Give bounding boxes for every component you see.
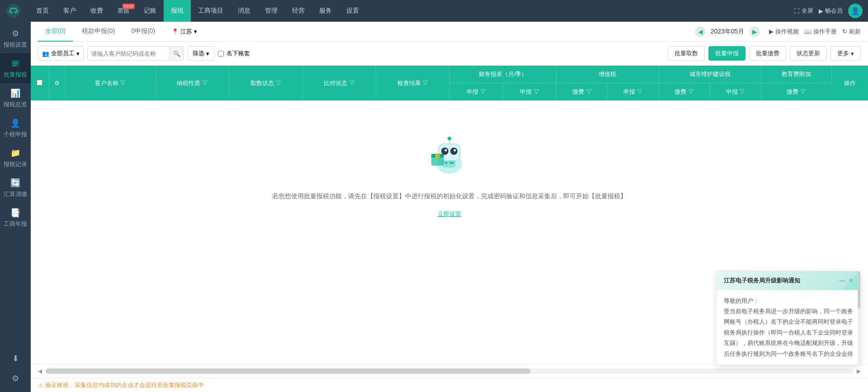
svg-point-10 xyxy=(450,148,458,155)
nav-invoice[interactable]: 票据 NEW xyxy=(110,0,137,22)
avatar[interactable]: 👤 xyxy=(848,4,863,18)
action-manual[interactable]: 📖 操作手册 xyxy=(804,28,837,36)
search-input[interactable] xyxy=(88,50,169,57)
tab-zero-declaration[interactable]: 0申报(0) xyxy=(124,22,162,42)
vip-button[interactable]: ▶ 畅会员 xyxy=(819,7,843,15)
th-city-pay: 缴费 ▽ xyxy=(659,83,710,101)
sidebar-item-settlement[interactable]: 🔄 汇算清缴 xyxy=(0,173,31,203)
nav-message[interactable]: 消息 xyxy=(231,0,258,22)
manual-label: 操作手册 xyxy=(813,28,837,36)
sidebar-item-download[interactable]: ⬇ xyxy=(0,349,31,368)
date-prev-button[interactable]: ◀ xyxy=(695,26,706,37)
sidebar-label-settlement: 汇算清缴 xyxy=(4,190,27,198)
svg-point-1 xyxy=(10,11,13,14)
verify-tip-text: 验证账密、采集信息均成功的企业才会流转至批量报税页面中 xyxy=(45,381,204,389)
region-icon: 📍 xyxy=(171,28,179,35)
sidebar-item-annual-report[interactable]: 📑 工商年报 xyxy=(0,203,31,233)
top-navigation: 首页 客户 收费 票据 NEW 记账 报税 工商项目 消息 管理 经营 服务 设… xyxy=(0,0,868,22)
checkresult-filter-icon: ▽ xyxy=(422,80,428,86)
sidebar-item-taxsettings[interactable]: ⚙ 报税设置 xyxy=(0,24,31,53)
select-all-checkbox[interactable] xyxy=(37,80,42,86)
tab-all[interactable]: 全部(0) xyxy=(38,22,73,42)
svg-point-11 xyxy=(445,149,447,152)
sidebar-item-taxoverview[interactable]: 📊 报税总览 xyxy=(0,83,31,113)
th-financial-declare: 申报 ▽ xyxy=(449,83,503,101)
th-education-surcharge: 教育费附加 xyxy=(761,66,832,83)
nav-customer[interactable]: 客户 xyxy=(56,0,83,22)
taxrecord-icon: 📁 xyxy=(10,148,21,158)
nav-settings[interactable]: 设置 xyxy=(339,0,366,22)
svg-text:¥: ¥ xyxy=(436,152,440,159)
sidebar-item-batchtax[interactable]: 批量报税 xyxy=(0,53,31,83)
verify-tip: ⚠ 验证账密、采集信息均成功的企业才会流转至批量报税页面中 xyxy=(38,381,861,389)
date-next-button[interactable]: ▶ xyxy=(749,26,760,37)
date-display: 2023年05月 xyxy=(709,28,745,36)
th-checkbox xyxy=(31,66,49,100)
toolbar-buttons: 批量取数 批量申报 批量缴费 状态更新 更多 ▾ xyxy=(668,46,861,61)
vip-icon: ▶ xyxy=(819,8,823,14)
sidebar-item-personal-tax[interactable]: 👤 个税申报 xyxy=(0,113,31,143)
comparestatus-filter-icon: ▽ xyxy=(349,80,355,86)
account-checkbox[interactable] xyxy=(218,51,224,57)
search-button[interactable]: 🔍 xyxy=(169,46,184,61)
employee-value: 全部员工 xyxy=(51,49,75,57)
notification-title: 江苏电子税务局升级影响通知 xyxy=(724,277,800,285)
scrollbar-thumb xyxy=(46,368,530,374)
data-table: ⚙ 客户名称 ▽ 纳税性质 ▽ 取数状态 ▽ 比对状态 ▽ 检查结果 ▽ 财务报… xyxy=(31,66,868,100)
setup-link[interactable]: 立即设置 xyxy=(438,210,461,218)
sidebar-item-settings[interactable]: ⚙ xyxy=(0,368,31,388)
svg-point-14 xyxy=(448,137,451,140)
bottom-bar: ◀ ▶ xyxy=(31,364,868,378)
batch-fetch-button[interactable]: 批量取数 xyxy=(668,46,705,61)
employee-select[interactable]: 👥 全部员工 ▾ xyxy=(38,46,84,61)
action-video[interactable]: ▶ 操作视频 xyxy=(769,28,799,36)
region-selector[interactable]: 📍 江苏 ▾ xyxy=(171,28,197,36)
empty-state: ¥ 若您想使用批量报税功能，请先在【报税设置】中进行报税的初始化设置，完成密码验… xyxy=(31,100,868,245)
nav-operation[interactable]: 经营 xyxy=(285,0,312,22)
video-label: 操作视频 xyxy=(775,28,799,36)
nav-manage[interactable]: 管理 xyxy=(258,0,285,22)
filter-button[interactable]: 筛选 ▾ xyxy=(188,46,214,61)
th-fetch-status: 取数状态 ▽ xyxy=(229,66,303,100)
nav-accounting[interactable]: 记账 xyxy=(137,0,164,22)
th-financial-report: 财务报表（月/季） xyxy=(449,66,557,83)
robot-illustration: ¥ xyxy=(422,128,476,182)
notification-panel: 江苏电子税务局升级影响通知 — × 尊敬的用户： 受当前电子税务局进一步升级的影… xyxy=(716,271,861,365)
status-update-button[interactable]: 状态更新 xyxy=(790,46,827,61)
notification-body: 尊敬的用户： 受当前电子税务局进一步升级的影响，同一个政务网账号（办税人）名下的… xyxy=(717,290,860,364)
nav-business[interactable]: 工商项目 xyxy=(191,0,231,22)
batch-declare-button[interactable]: 批量申报 xyxy=(708,46,745,61)
nav-tax[interactable]: 报税 xyxy=(164,0,191,22)
batch-pay-button[interactable]: 批量缴费 xyxy=(749,46,786,61)
sidebar-item-taxrecord[interactable]: 📁 报税记录 xyxy=(0,143,31,173)
new-badge: NEW xyxy=(123,4,135,9)
employee-icon: 👥 xyxy=(42,50,49,57)
filter-label: 筛选 xyxy=(193,49,204,57)
date-navigator: ◀ 2023年05月 ▶ xyxy=(695,26,760,37)
more-button[interactable]: 更多 ▾ xyxy=(830,46,861,61)
th-city-declare: 申报 ▽ xyxy=(608,83,659,101)
th-compare-status: 比对状态 ▽ xyxy=(302,66,376,100)
tab-tax-declaration[interactable]: 税款申报(0) xyxy=(75,22,122,42)
th-customer-name: 客户名称 ▽ xyxy=(65,66,156,100)
scroll-left-arrow[interactable]: ◀ xyxy=(38,368,42,374)
sidebar-label-batchtax: 批量报税 xyxy=(4,71,27,79)
th-edu-pay: 缴费 ▽ xyxy=(761,83,832,101)
vat-pay-filter-icon: ▽ xyxy=(586,88,592,95)
sidebar-label-taxoverview: 报税总览 xyxy=(4,100,27,109)
search-box: 🔍 xyxy=(87,46,184,61)
th-vat-declare: 申报 ▽ xyxy=(503,83,556,101)
th-settings: ⚙ xyxy=(49,66,65,100)
nav-fee[interactable]: 收费 xyxy=(83,0,110,22)
account-checkbox-label[interactable]: 名下账套 xyxy=(218,49,250,57)
action-refresh[interactable]: ↻ 刷新 xyxy=(842,28,861,36)
nav-right: ⛶ 全屏 ▶ 畅会员 👤 xyxy=(794,4,863,18)
horizontal-scrollbar[interactable] xyxy=(46,368,853,374)
taxtype-filter-icon: ▽ xyxy=(202,80,208,86)
fullscreen-button[interactable]: ⛶ 全屏 xyxy=(794,7,813,15)
nav-home[interactable]: 首页 xyxy=(29,0,56,22)
scroll-right-arrow[interactable]: ▶ xyxy=(857,368,861,374)
logo[interactable] xyxy=(5,3,22,19)
table-head: ⚙ 客户名称 ▽ 纳税性质 ▽ 取数状态 ▽ 比对状态 ▽ 检查结果 ▽ 财务报… xyxy=(31,66,868,100)
nav-service[interactable]: 服务 xyxy=(312,0,339,22)
